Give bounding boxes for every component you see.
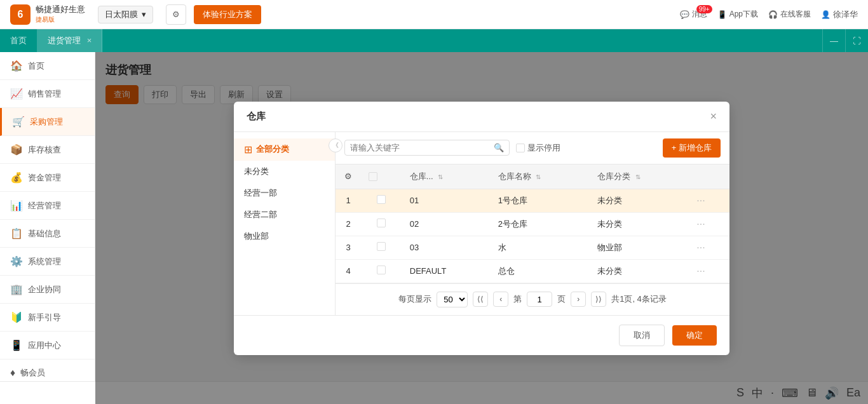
sidebar-item-purchase[interactable]: 🛒 采购管理 bbox=[0, 108, 95, 136]
tab-expand-button[interactable]: ⛶ bbox=[845, 29, 868, 52]
online-service-label: 在线客服 bbox=[780, 9, 811, 20]
sidebar-item-home[interactable]: 🏠 首页 bbox=[0, 52, 95, 80]
modal-overlay: 仓库 × 《 ⊞ 全部分类 未分类 bbox=[95, 52, 868, 404]
sidebar: 🏠 首页 📈 销售管理 🛒 采购管理 📦 库存核查 💰 资金管理 📊 经营管理 … bbox=[0, 52, 95, 404]
membership-icon: ♦ bbox=[10, 367, 15, 379]
sidebar-item-enterprise[interactable]: 🏢 企业协同 bbox=[0, 276, 95, 304]
sidebar-item-system[interactable]: ⚙️ 系统管理 bbox=[0, 248, 95, 276]
table-row[interactable]: 2 02 2号仓库 未分类 ··· bbox=[336, 212, 729, 236]
row-checkbox[interactable] bbox=[361, 259, 402, 283]
show-disabled-toggle[interactable]: 显示停用 bbox=[516, 142, 560, 154]
col-settings: ⚙ bbox=[336, 165, 361, 189]
sidebar-item-appcenter[interactable]: 📱 应用中心 bbox=[0, 332, 95, 360]
sidebar-item-label: 首页 bbox=[28, 60, 44, 72]
finance-icon: 💰 bbox=[10, 172, 23, 184]
category-item-all[interactable]: ⊞ 全部分类 bbox=[234, 138, 335, 161]
select-all-checkbox[interactable] bbox=[369, 172, 377, 181]
sidebar-item-operations[interactable]: 📊 经营管理 bbox=[0, 192, 95, 220]
enterprise-icon: 🏢 bbox=[10, 283, 23, 295]
online-service-button[interactable]: 🎧 在线客服 bbox=[768, 9, 811, 20]
row-category: 未分类 bbox=[590, 259, 689, 283]
category-item-dept2[interactable]: 经营二部 bbox=[234, 204, 335, 226]
tab-close-icon[interactable]: × bbox=[87, 36, 92, 45]
pagination: 每页显示 50 ⟨⟨ ‹ 第 页 › ⟩⟩ 共1页, 4条记录 bbox=[336, 283, 729, 315]
row-name: 2号仓库 bbox=[491, 212, 590, 236]
store-name: 日太阳膜 bbox=[105, 9, 138, 20]
category-item-property[interactable]: 物业部 bbox=[234, 226, 335, 247]
page-next-button[interactable]: › bbox=[571, 292, 586, 307]
row-category: 未分类 bbox=[590, 212, 689, 236]
sidebar-item-finance[interactable]: 💰 资金管理 bbox=[0, 164, 95, 192]
brand-name: 畅捷通好生意 bbox=[36, 4, 85, 15]
sidebar-item-label: 采购管理 bbox=[30, 116, 63, 128]
search-icon[interactable]: 🔍 bbox=[494, 143, 504, 152]
basics-icon: 📋 bbox=[10, 227, 23, 239]
per-page-select[interactable]: 50 bbox=[437, 292, 468, 307]
col-category-header[interactable]: 仓库分类 ⇅ bbox=[590, 165, 689, 189]
category-label: 经营一部 bbox=[244, 187, 277, 199]
row-checkbox[interactable] bbox=[361, 236, 402, 259]
table-toolbar: 🔍 显示停用 + 新增仓库 bbox=[336, 132, 729, 165]
row-more-icon[interactable]: ··· bbox=[696, 195, 705, 206]
panel-collapse-button[interactable]: 《 bbox=[329, 138, 342, 152]
sidebar-item-sales[interactable]: 📈 销售管理 bbox=[0, 80, 95, 108]
headset-icon: 🎧 bbox=[768, 10, 778, 19]
category-item-uncategorized[interactable]: 未分类 bbox=[234, 161, 335, 182]
row-more-icon[interactable]: ··· bbox=[696, 266, 705, 276]
col-code-header[interactable]: 仓库... ⇅ bbox=[402, 165, 491, 189]
download-icon: 📱 bbox=[717, 10, 727, 19]
user-icon: 👤 bbox=[821, 10, 831, 19]
row-actions: ··· bbox=[689, 189, 729, 212]
table-row[interactable]: 1 01 1号仓库 未分类 ··· bbox=[336, 189, 729, 212]
warehouse-modal: 仓库 × 《 ⊞ 全部分类 未分类 bbox=[234, 102, 729, 355]
grid-icon: ⊞ bbox=[244, 144, 252, 156]
search-input[interactable] bbox=[350, 143, 494, 152]
row-actions: ··· bbox=[689, 236, 729, 259]
guide-icon: 🔰 bbox=[10, 311, 23, 323]
sidebar-item-inventory[interactable]: 📦 库存核查 bbox=[0, 136, 95, 164]
tab-home[interactable]: 首页 bbox=[0, 29, 37, 52]
industry-solution-button[interactable]: 体验行业方案 bbox=[194, 5, 261, 24]
modal-footer: 取消 确定 bbox=[234, 315, 729, 355]
col-name-header[interactable]: 仓库名称 ⇅ bbox=[491, 165, 590, 189]
category-item-dept1[interactable]: 经营一部 bbox=[234, 182, 335, 204]
total-label: 共1页, 4条记录 bbox=[611, 293, 667, 305]
sidebar-item-basics[interactable]: 📋 基础信息 bbox=[0, 220, 95, 248]
table-row[interactable]: 4 DEFAULT 总仓 未分类 ··· bbox=[336, 259, 729, 283]
user-avatar[interactable]: 👤 徐泽华 bbox=[821, 9, 858, 20]
modal-close-button[interactable]: × bbox=[710, 111, 717, 122]
row-checkbox[interactable] bbox=[361, 212, 402, 236]
row-more-icon[interactable]: ··· bbox=[696, 242, 705, 253]
tab-minimize-button[interactable]: — bbox=[822, 29, 845, 52]
brand-sub: 捷易版 bbox=[36, 15, 85, 24]
operations-icon: 📊 bbox=[10, 199, 23, 212]
page-last-button[interactable]: ⟩⟩ bbox=[591, 292, 606, 307]
cancel-button[interactable]: 取消 bbox=[619, 325, 665, 346]
confirm-button[interactable]: 确定 bbox=[672, 325, 717, 346]
purchase-icon: 🛒 bbox=[12, 116, 25, 128]
logo-area: 6 畅捷通好生意 捷易版 bbox=[10, 4, 85, 25]
settings-button[interactable]: ⚙ bbox=[166, 4, 186, 25]
page-first-button[interactable]: ⟨⟨ bbox=[473, 292, 488, 307]
page-number-input[interactable] bbox=[527, 292, 552, 307]
show-disabled-checkbox[interactable] bbox=[516, 144, 525, 152]
sidebar-item-label: 基础信息 bbox=[28, 228, 61, 239]
sidebar-item-label: 企业协同 bbox=[28, 284, 61, 295]
sidebar-item-label: 资金管理 bbox=[28, 172, 61, 184]
store-selector[interactable]: 日太阳膜 ▾ bbox=[98, 6, 153, 24]
page-prev-button[interactable]: ‹ bbox=[493, 292, 508, 307]
message-icon: 💬 bbox=[680, 10, 689, 19]
sidebar-item-guide[interactable]: 🔰 新手引导 bbox=[0, 304, 95, 332]
row-no: 2 bbox=[336, 212, 361, 236]
row-checkbox[interactable] bbox=[361, 189, 402, 212]
table-row[interactable]: 3 03 水 物业部 ··· bbox=[336, 236, 729, 259]
app-download-button[interactable]: 📱 App下载 bbox=[717, 9, 758, 20]
sort-icon: ⇅ bbox=[536, 173, 541, 180]
row-more-icon[interactable]: ··· bbox=[696, 219, 705, 229]
new-warehouse-button[interactable]: + 新增仓库 bbox=[663, 138, 721, 158]
row-no: 1 bbox=[336, 189, 361, 212]
appcenter-icon: 📱 bbox=[10, 339, 23, 351]
table-panel: 🔍 显示停用 + 新增仓库 bbox=[336, 132, 729, 315]
message-button[interactable]: 💬 消息 99+ bbox=[680, 9, 707, 20]
tab-purchase[interactable]: 进货管理 × bbox=[37, 29, 102, 52]
